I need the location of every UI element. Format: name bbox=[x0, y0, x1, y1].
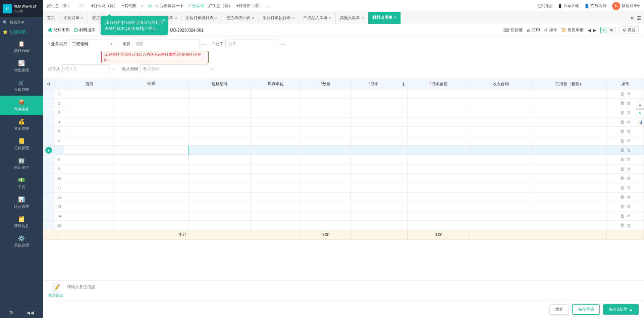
row-material-4[interactable] bbox=[114, 117, 189, 127]
row-material-13[interactable] bbox=[114, 202, 189, 211]
income-contract-more-btn[interactable]: ··· bbox=[209, 66, 213, 71]
row-spec-11[interactable] bbox=[189, 183, 251, 193]
delete-icon-1[interactable]: 🗑 bbox=[620, 91, 625, 96]
row-available-qty-5[interactable] bbox=[532, 127, 607, 136]
row-project-2[interactable] bbox=[64, 99, 114, 108]
warehouse-input[interactable]: 仓库 bbox=[225, 40, 279, 48]
row-cost-price-9[interactable] bbox=[350, 164, 400, 174]
settings-button[interactable]: ⚙ 设置 bbox=[620, 26, 639, 34]
row-cost-price-8[interactable] bbox=[350, 155, 400, 164]
nav-link-1[interactable]: 好生意（普） bbox=[47, 3, 71, 9]
side-action-3[interactable]: 📊 bbox=[636, 118, 644, 126]
try-label[interactable]: ○ 我要体验一下 bbox=[156, 3, 184, 9]
quick-nav-label[interactable]: 快捷导航 bbox=[10, 29, 26, 35]
warehouse-more-btn[interactable]: ··· bbox=[281, 41, 285, 47]
row-unit-14[interactable] bbox=[251, 211, 301, 221]
row-income-contract-2[interactable] bbox=[470, 99, 532, 108]
side-action-1[interactable]: ≡ bbox=[636, 101, 644, 109]
row-unit-6[interactable] bbox=[251, 136, 301, 146]
user-avatar-area[interactable]: 财 畅捷通8号 bbox=[612, 2, 640, 10]
radio-material-return[interactable]: 材料退库 bbox=[74, 27, 95, 33]
prev-arrow[interactable]: ◀ bbox=[588, 28, 591, 33]
tab-material-out[interactable]: 材料出库单 ✕ bbox=[368, 12, 401, 24]
row-project-8[interactable] bbox=[64, 155, 114, 164]
row-qty-5[interactable] bbox=[301, 127, 350, 136]
row-income-contract-3[interactable] bbox=[470, 108, 532, 117]
copy-icon-4[interactable]: ⧉ bbox=[627, 119, 630, 124]
row-unit-3[interactable] bbox=[251, 108, 301, 117]
tab-goods-stat-close[interactable]: ✕ bbox=[252, 16, 254, 20]
row-project-13[interactable] bbox=[64, 202, 114, 211]
row-cost-amount-8[interactable] bbox=[408, 155, 470, 164]
nav-link-2[interactable]: +好业财（普） bbox=[91, 3, 118, 9]
row-project-10[interactable] bbox=[64, 174, 114, 183]
copy-icon-15[interactable]: ⧉ bbox=[627, 223, 630, 228]
row-cost-price-11[interactable] bbox=[350, 183, 400, 193]
delete-icon-6[interactable]: 🗑 bbox=[620, 138, 625, 143]
tab-other-in-close[interactable]: ✕ bbox=[361, 16, 364, 20]
row-cost-amount-13[interactable] bbox=[408, 202, 470, 211]
row-qty-3[interactable] bbox=[301, 108, 350, 117]
row-project-7-input[interactable] bbox=[64, 146, 114, 155]
next-arrow[interactable]: ▶ bbox=[593, 28, 596, 33]
row-cost-price-5[interactable] bbox=[350, 127, 400, 136]
delete-icon-7[interactable]: 🗑 bbox=[620, 148, 625, 153]
history-button[interactable]: 📜 历史单据 bbox=[561, 27, 584, 33]
row-cost-amount-6[interactable] bbox=[408, 136, 470, 146]
row-available-qty-11[interactable] bbox=[532, 183, 607, 193]
row-income-contract-14[interactable] bbox=[470, 211, 532, 221]
row-cost-price-1[interactable] bbox=[350, 89, 400, 99]
quick-nav-area[interactable]: ⭐ 快捷导航 bbox=[0, 27, 43, 37]
row-spec-4[interactable] bbox=[189, 117, 251, 127]
row-material-3[interactable] bbox=[114, 108, 189, 117]
row-qty-11[interactable] bbox=[301, 183, 350, 193]
row-cost-amount-7[interactable] bbox=[408, 146, 470, 155]
row-qty-14[interactable] bbox=[301, 211, 350, 221]
row-qty-9[interactable] bbox=[301, 164, 350, 174]
row-unit-2[interactable] bbox=[251, 99, 301, 108]
print-button[interactable]: 🖨 打印 bbox=[527, 27, 540, 33]
copy-icon-1[interactable]: ⧉ bbox=[627, 91, 630, 96]
row-unit-1[interactable] bbox=[251, 89, 301, 99]
row-unit-12[interactable] bbox=[251, 193, 301, 202]
row-cost-amount-4[interactable] bbox=[408, 117, 470, 127]
row-material-8[interactable] bbox=[114, 155, 189, 164]
row-qty-1[interactable] bbox=[301, 89, 350, 99]
row-project-4[interactable] bbox=[64, 117, 114, 127]
row-spec-12[interactable] bbox=[189, 193, 251, 202]
row-unit-10[interactable] bbox=[251, 174, 301, 183]
row-qty-10[interactable] bbox=[301, 174, 350, 183]
row-cost-amount-1[interactable] bbox=[408, 89, 470, 99]
row-cost-price-3[interactable] bbox=[350, 108, 400, 117]
row-cost-price-6[interactable] bbox=[350, 136, 400, 146]
row-unit-11[interactable] bbox=[251, 183, 301, 193]
row-available-qty-8[interactable] bbox=[532, 155, 607, 164]
row-spec-1[interactable] bbox=[189, 89, 251, 99]
row-available-qty-12[interactable] bbox=[532, 193, 607, 202]
message-button[interactable]: 💬 消息 bbox=[538, 3, 552, 9]
copy-icon-7[interactable]: ⧉ bbox=[627, 148, 630, 153]
add-row-button[interactable]: + bbox=[45, 147, 52, 154]
sidebar-item-salary[interactable]: 💵 工资 bbox=[0, 173, 43, 193]
row-qty-12[interactable] bbox=[301, 193, 350, 202]
delete-icon-5[interactable]: 🗑 bbox=[620, 129, 625, 134]
handler-input[interactable]: 经手人 bbox=[62, 64, 109, 73]
income-contract-input[interactable]: 收入合同 bbox=[140, 64, 207, 73]
row-unit-8[interactable] bbox=[251, 155, 301, 164]
save-draft-button[interactable]: 保存草稿 bbox=[572, 304, 600, 315]
extra-link-1[interactable]: 好生意（普） bbox=[208, 3, 232, 9]
tab-purchase-order[interactable]: 采购订单 ✕ bbox=[59, 12, 88, 24]
row-income-contract-12[interactable] bbox=[470, 193, 532, 202]
tab-other-in[interactable]: 其他入库单 ✕ bbox=[336, 12, 368, 24]
row-unit-7[interactable] bbox=[251, 146, 301, 155]
row-project-3[interactable] bbox=[64, 108, 114, 117]
copy-icon-14[interactable]: ⧉ bbox=[627, 213, 630, 218]
row-project-5[interactable] bbox=[64, 127, 114, 136]
number-value[interactable]: MD-20230324-001 bbox=[170, 28, 203, 33]
handler-more-btn[interactable]: ··· bbox=[111, 66, 115, 71]
copy-icon-5[interactable]: ⧉ bbox=[627, 129, 630, 134]
row-unit-13[interactable] bbox=[251, 202, 301, 211]
row-material-9[interactable] bbox=[114, 164, 189, 174]
row-available-qty-3[interactable] bbox=[532, 108, 607, 117]
try-text[interactable]: 我要体验一下 bbox=[160, 3, 184, 8]
